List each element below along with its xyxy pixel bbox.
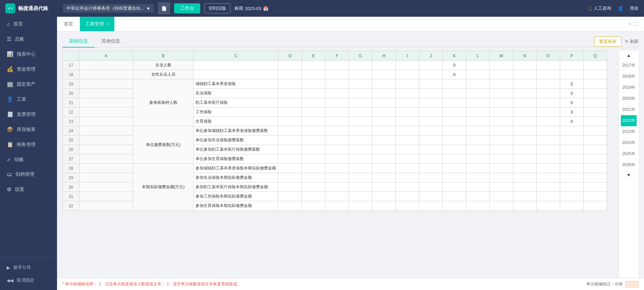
cell-k[interactable] (443, 89, 466, 98)
tab-home[interactable]: 首页 (57, 17, 80, 31)
cell-a[interactable] (79, 145, 133, 154)
cell-d[interactable] (278, 117, 302, 126)
cell-a[interactable] (79, 164, 133, 173)
cell-g[interactable] (349, 89, 372, 98)
cell-g[interactable] (349, 164, 372, 173)
cell-q[interactable] (584, 183, 607, 192)
cell-k[interactable] (443, 164, 466, 173)
sidebar-item-payroll[interactable]: 👤 工资 (0, 92, 57, 107)
year-item-2026[interactable]: 2026年 (621, 159, 637, 170)
cell-l[interactable] (466, 145, 490, 154)
cell-j[interactable] (419, 61, 443, 70)
cell-i[interactable] (396, 164, 419, 173)
cell-i[interactable] (396, 126, 419, 136)
sidebar-item-reports[interactable]: 📊 报表中心 (0, 47, 57, 62)
cell-f[interactable] (325, 79, 349, 89)
cell-a[interactable] (79, 107, 133, 117)
cell-q[interactable] (584, 107, 607, 117)
cell-l[interactable] (466, 192, 490, 201)
cell-h[interactable] (372, 183, 396, 192)
cell-k[interactable] (443, 201, 466, 211)
cell-a[interactable] (79, 70, 133, 79)
cell-f[interactable] (325, 126, 349, 136)
cell-b[interactable]: 女性从业人员 (133, 70, 194, 79)
cell-g[interactable] (349, 79, 372, 89)
cell-d[interactable] (278, 164, 302, 173)
cell-q[interactable] (584, 89, 607, 98)
cell-q[interactable] (584, 98, 607, 107)
cell-n[interactable] (513, 79, 537, 89)
cell-d[interactable] (278, 173, 302, 183)
cell-k[interactable] (443, 136, 466, 145)
cell-g[interactable] (349, 70, 372, 79)
document-icon[interactable]: 📄 (158, 2, 170, 14)
cell-a[interactable] (79, 173, 133, 183)
cell-b[interactable]: 参保各险种人数 (133, 79, 194, 126)
cell-n[interactable] (513, 154, 537, 164)
cell-o[interactable] (537, 192, 560, 201)
cell-i[interactable] (396, 201, 419, 211)
cell-i[interactable] (396, 107, 419, 117)
cell-d[interactable] (278, 79, 302, 89)
cell-i[interactable] (396, 192, 419, 201)
cell-n[interactable] (513, 117, 537, 126)
cell-l[interactable] (466, 98, 490, 107)
cell-d[interactable] (278, 70, 302, 79)
cell-c[interactable]: 单位参加职工基本医疗保险缴费基数 (194, 145, 278, 154)
year-item-2022[interactable]: 2022年 (621, 115, 637, 126)
cell-a[interactable] (79, 79, 133, 89)
cell-a[interactable] (79, 154, 133, 164)
cell-j[interactable] (419, 89, 443, 98)
cell-c[interactable]: 参加职工基本医疗保险本期实际缴费金额 (194, 183, 278, 192)
cell-p[interactable] (560, 126, 584, 136)
cell-n[interactable] (513, 126, 537, 136)
cell-o[interactable] (537, 107, 560, 117)
sidebar-item-funds[interactable]: 💰 资金管理 (0, 62, 57, 77)
cell-p[interactable] (560, 201, 584, 211)
close-window-icon[interactable]: × (628, 21, 631, 26)
cell-m[interactable] (490, 154, 513, 164)
cell-d[interactable] (278, 136, 302, 145)
cell-l[interactable] (466, 136, 490, 145)
cell-l[interactable] (466, 89, 490, 98)
cell-h[interactable] (372, 61, 396, 70)
cell-d[interactable] (278, 183, 302, 192)
cell-n[interactable] (513, 98, 537, 107)
cell-q[interactable] (584, 61, 607, 70)
cell-i[interactable] (396, 61, 419, 70)
cell-n[interactable] (513, 145, 537, 154)
cell-j[interactable] (419, 126, 443, 136)
calendar-icon[interactable]: 📅 (263, 6, 268, 11)
cell-d[interactable] (278, 145, 302, 154)
cell-k[interactable]: 0 (443, 70, 466, 79)
cell-e[interactable] (302, 183, 325, 192)
user-label[interactable]: 用友 (630, 5, 639, 11)
cell-q[interactable] (584, 79, 607, 89)
cell-h[interactable] (372, 173, 396, 183)
year-item-2017[interactable]: 2017年 (621, 60, 637, 71)
cell-p[interactable]: 0 (560, 107, 584, 117)
cell-d[interactable] (278, 61, 302, 70)
cell-q[interactable] (584, 117, 607, 126)
sidebar-item-invoice[interactable]: 🧾 发票管理 (0, 107, 57, 122)
cell-o[interactable] (537, 164, 560, 173)
cell-e[interactable] (302, 70, 325, 79)
cell-k[interactable]: 0 (443, 61, 466, 70)
cell-f[interactable] (325, 98, 349, 107)
year-item-2023[interactable]: 2023年 (621, 126, 637, 137)
year-nav-down[interactable]: ▼ (619, 170, 639, 179)
refresh-button[interactable]: ↻ 刷新 (625, 39, 639, 45)
cell-g[interactable] (349, 98, 372, 107)
cell-g[interactable] (349, 107, 372, 117)
cell-d[interactable] (278, 192, 302, 201)
cell-q[interactable] (584, 201, 607, 211)
cell-q[interactable] (584, 192, 607, 201)
cell-m[interactable] (490, 126, 513, 136)
cell-l[interactable] (466, 154, 490, 164)
cell-e[interactable] (302, 145, 325, 154)
cell-e[interactable] (302, 126, 325, 136)
cell-o[interactable] (537, 70, 560, 79)
cell-d[interactable] (278, 107, 302, 117)
cell-g[interactable] (349, 173, 372, 183)
year-item-2018[interactable]: 2018年 (621, 71, 637, 82)
